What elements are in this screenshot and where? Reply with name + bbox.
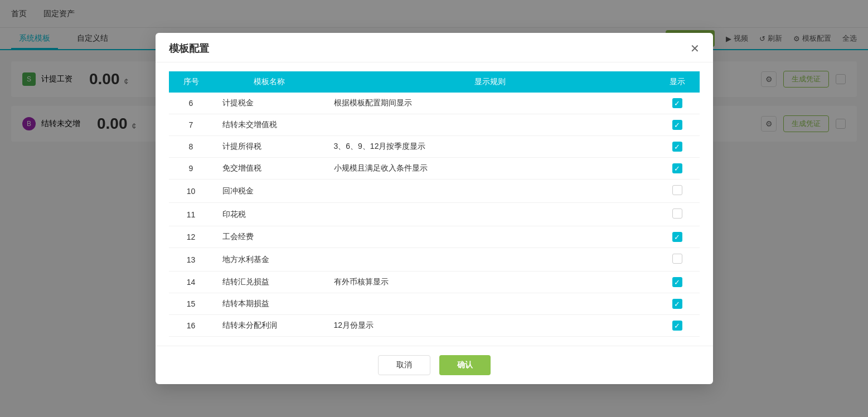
table-row: 16结转未分配利润12月份显示✓ [169, 315, 700, 337]
modal-template-config: 模板配置 ✕ 序号 模板名称 显示规则 显示 6计提税金根据模板配置期间显示✓7… [156, 33, 713, 384]
cell-checkbox: ✓ [655, 93, 700, 114]
modal-header: 模板配置 ✕ [156, 33, 713, 62]
cell-name: 结转未交增值税 [214, 114, 325, 136]
cell-no: 16 [169, 315, 214, 337]
cell-checkbox: ✓ [655, 271, 700, 293]
table-row: 8计提所得税3、6、9、12月按季度显示✓ [169, 136, 700, 158]
cell-checkbox: ✓ [655, 226, 700, 248]
config-table: 序号 模板名称 显示规则 显示 6计提税金根据模板配置期间显示✓7结转未交增值税… [169, 71, 700, 337]
table-header: 序号 模板名称 显示规则 显示 [169, 71, 700, 93]
col-header-no: 序号 [169, 71, 214, 93]
table-row: 14结转汇兑损益有外币核算显示✓ [169, 271, 700, 293]
checkbox-row-8[interactable]: ✓ [672, 277, 682, 287]
cell-rule [325, 203, 655, 226]
checkbox-row-4[interactable] [672, 185, 682, 195]
cell-checkbox [655, 248, 700, 271]
table-body: 6计提税金根据模板配置期间显示✓7结转未交增值税✓8计提所得税3、6、9、12月… [169, 93, 700, 337]
cell-no: 10 [169, 180, 214, 203]
cell-no: 12 [169, 226, 214, 248]
cell-checkbox: ✓ [655, 136, 700, 158]
col-header-name: 模板名称 [214, 71, 325, 93]
cell-rule [325, 114, 655, 136]
cell-rule [325, 180, 655, 203]
cell-rule [325, 293, 655, 315]
cell-name: 地方水利基金 [214, 248, 325, 271]
cell-name: 免交增值税 [214, 158, 325, 180]
cell-rule: 小规模且满足收入条件显示 [325, 158, 655, 180]
cell-checkbox: ✓ [655, 158, 700, 180]
cell-name: 结转汇兑损益 [214, 271, 325, 293]
checkbox-row-0[interactable]: ✓ [672, 98, 682, 108]
modal-body: 序号 模板名称 显示规则 显示 6计提税金根据模板配置期间显示✓7结转未交增值税… [156, 62, 713, 346]
cell-rule: 3、6、9、12月按季度显示 [325, 136, 655, 158]
modal-overlay: 模板配置 ✕ 序号 模板名称 显示规则 显示 6计提税金根据模板配置期间显示✓7… [0, 0, 868, 417]
table-row: 9免交增值税小规模且满足收入条件显示✓ [169, 158, 700, 180]
checkbox-row-3[interactable]: ✓ [672, 163, 682, 173]
cell-rule [325, 248, 655, 271]
checkbox-row-9[interactable]: ✓ [672, 299, 682, 309]
checkbox-row-5[interactable] [672, 208, 682, 219]
cell-rule: 根据模板配置期间显示 [325, 93, 655, 114]
cell-rule: 12月份显示 [325, 315, 655, 337]
cancel-button[interactable]: 取消 [378, 355, 430, 375]
cell-name: 结转本期损益 [214, 293, 325, 315]
checkbox-row-6[interactable]: ✓ [672, 232, 682, 242]
cell-no: 14 [169, 271, 214, 293]
cell-checkbox [655, 180, 700, 203]
cell-name: 印花税 [214, 203, 325, 226]
cell-name: 计提税金 [214, 93, 325, 114]
modal-close-button[interactable]: ✕ [690, 43, 700, 54]
table-row: 15结转本期损益✓ [169, 293, 700, 315]
cell-rule: 有外币核算显示 [325, 271, 655, 293]
cell-no: 13 [169, 248, 214, 271]
cell-no: 15 [169, 293, 214, 315]
cell-no: 8 [169, 136, 214, 158]
cell-name: 工会经费 [214, 226, 325, 248]
cell-rule [325, 226, 655, 248]
col-header-display: 显示 [655, 71, 700, 93]
checkbox-row-1[interactable]: ✓ [672, 120, 682, 130]
cell-no: 11 [169, 203, 214, 226]
table-row: 7结转未交增值税✓ [169, 114, 700, 136]
confirm-button[interactable]: 确认 [439, 355, 491, 375]
cell-name: 回冲税金 [214, 180, 325, 203]
cell-checkbox: ✓ [655, 114, 700, 136]
cell-checkbox: ✓ [655, 293, 700, 315]
modal-title: 模板配置 [169, 42, 209, 55]
cell-checkbox [655, 203, 700, 226]
cell-name: 结转未分配利润 [214, 315, 325, 337]
checkbox-row-10[interactable]: ✓ [672, 321, 682, 331]
cell-no: 6 [169, 93, 214, 114]
table-row: 12工会经费✓ [169, 226, 700, 248]
cell-no: 9 [169, 158, 214, 180]
col-header-rule: 显示规则 [325, 71, 655, 93]
checkbox-row-7[interactable] [672, 254, 682, 264]
table-row: 11印花税 [169, 203, 700, 226]
cell-no: 7 [169, 114, 214, 136]
cell-name: 计提所得税 [214, 136, 325, 158]
modal-footer: 取消 确认 [156, 346, 713, 384]
cell-checkbox: ✓ [655, 315, 700, 337]
table-row: 10回冲税金 [169, 180, 700, 203]
checkbox-row-2[interactable]: ✓ [672, 142, 682, 152]
table-row: 6计提税金根据模板配置期间显示✓ [169, 93, 700, 114]
table-row: 13地方水利基金 [169, 248, 700, 271]
